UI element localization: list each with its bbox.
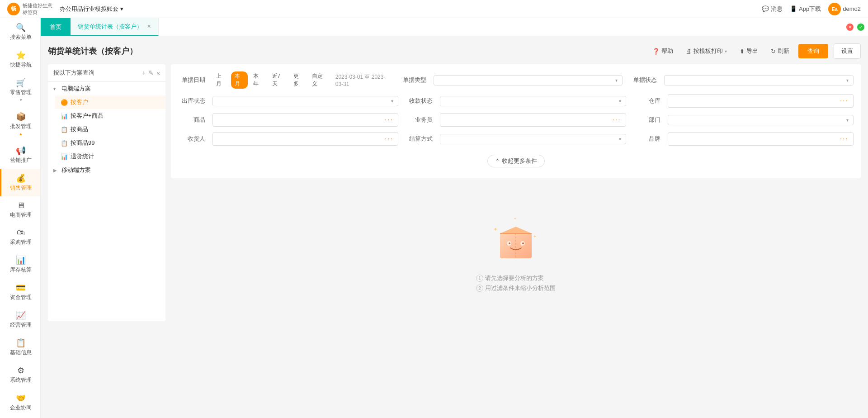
- message-button[interactable]: 💬 消息: [762, 5, 783, 13]
- logo-area: 畅 畅捷信好生意 标签页: [7, 2, 52, 15]
- edit-scheme-button[interactable]: ✎: [148, 69, 154, 76]
- content-panel: 单据日期 上月 本月 本年 近7天 更多 自定义 2023-03-01 至 20…: [171, 64, 861, 321]
- sidebar-item-inventory[interactable]: 📊 库存核算: [0, 251, 40, 278]
- filter-row-3: 商品 ··· 业务员 ··· 部门: [178, 113, 854, 127]
- svg-point-5: [509, 242, 510, 244]
- consignee-input[interactable]: ···: [212, 132, 398, 146]
- window-controls: ✕ ⤢: [846, 24, 868, 31]
- add-scheme-button[interactable]: +: [142, 69, 146, 76]
- collapse-panel-button[interactable]: «: [156, 69, 160, 76]
- sidebar-item-ecommerce[interactable]: 🖥 电商管理: [0, 196, 40, 223]
- payment-status-select[interactable]: ▾: [440, 96, 626, 106]
- sidebar-item-enterprise[interactable]: 🤝 企业协同: [0, 389, 40, 416]
- department-select[interactable]: ▾: [668, 115, 854, 125]
- content-area: 首页 销货单统计表（按客户） ✕ ✕ ⤢ 销货单统计表（按客户） ❓ 帮助: [41, 18, 868, 418]
- print-dropdown-icon: ▾: [725, 49, 727, 54]
- outbound-status-label: 出库状态: [178, 97, 205, 105]
- window-maximize-button[interactable]: ⤢: [857, 24, 864, 31]
- svg-text:✦: ✦: [514, 217, 517, 221]
- return-icon: 📊: [61, 153, 68, 160]
- tree-item-by-goods[interactable]: 📋 按商品: [55, 123, 165, 136]
- tip-num-1: 1: [476, 275, 483, 282]
- help-button[interactable]: ❓ 帮助: [649, 45, 677, 57]
- date-tab-custom[interactable]: 自定义: [308, 71, 330, 89]
- sidebar-item-marketing[interactable]: 📢 营销推广: [0, 141, 40, 169]
- user-menu[interactable]: Ea demo2: [828, 3, 861, 15]
- warehouse-input[interactable]: ···: [668, 94, 854, 108]
- outbound-chevron: ▾: [391, 99, 393, 104]
- tree-item-return-stat[interactable]: 📊 退货统计: [55, 150, 165, 163]
- tab-sales-stat[interactable]: 销货单统计表（按客户） ✕: [71, 18, 159, 36]
- cart-icon: 🛒: [3, 78, 38, 88]
- sidebar-item-new-guide[interactable]: 🎯 新手引导: [0, 416, 40, 418]
- export-button[interactable]: ⬆ 导出: [736, 45, 762, 57]
- megaphone-icon: 📢: [3, 146, 38, 156]
- department-chevron: ▾: [846, 118, 849, 123]
- sidebar-item-system[interactable]: ⚙ 系统管理: [0, 361, 40, 389]
- date-filter-control: 上月 本月 本年 近7天 更多 自定义 2023-03-01 至 2023-03…: [212, 71, 392, 89]
- date-tab-last-7days[interactable]: 近7天: [269, 71, 288, 89]
- empty-illustration: ✦ ✦ ✦: [489, 211, 543, 265]
- filter-row-1: 单据日期 上月 本月 本年 近7天 更多 自定义 2023-03-01 至 20…: [178, 71, 854, 89]
- card-icon: 💳: [3, 283, 38, 293]
- page-title: 销货单统计表（按客户）: [48, 46, 137, 57]
- app-download-button[interactable]: 📱 App下载: [790, 5, 821, 13]
- consignee-label: 收货人: [178, 135, 205, 143]
- order-status-chevron: ▾: [846, 78, 849, 83]
- left-panel-header: 按以下方案查询 + ✎ «: [48, 64, 165, 82]
- order-type-select[interactable]: ▾: [434, 75, 623, 86]
- order-date-label: 单据日期: [178, 76, 205, 84]
- tree-desktop-section[interactable]: ▾ 电脑端方案: [48, 82, 165, 95]
- goods-dots: ···: [385, 116, 393, 124]
- sidebar-item-retail[interactable]: 🛒 零售管理 ▾: [0, 73, 40, 107]
- date-tab-this-year[interactable]: 本年: [250, 71, 266, 89]
- computer-icon: 🖥: [3, 201, 38, 210]
- filter-row-4: 收货人 ··· 结算方式 ▾ 品牌: [178, 132, 854, 146]
- refresh-icon: ↻: [771, 48, 776, 55]
- svg-text:✦: ✦: [493, 226, 498, 233]
- date-tab-more[interactable]: 更多: [290, 71, 307, 89]
- app-selector[interactable]: 办公用品行业模拟账套 ▾: [56, 3, 127, 15]
- page-content: 销货单统计表（按客户） ❓ 帮助 🖨 按模板打印 ▾ ⬆ 导出: [41, 36, 868, 418]
- window-close-button[interactable]: ✕: [846, 24, 854, 31]
- sidebar-item-operations[interactable]: 📈 经营管理: [0, 306, 40, 333]
- svg-point-6: [522, 242, 524, 244]
- order-status-select[interactable]: ▾: [664, 75, 854, 86]
- query-button[interactable]: 查询: [798, 44, 828, 58]
- sidebar-item-purchase[interactable]: 🛍 采购管理: [0, 223, 40, 251]
- tree-item-by-goods-99[interactable]: 📋 按商品99: [55, 136, 165, 150]
- tree-mobile-section[interactable]: ▶ 移动端方案: [48, 163, 165, 177]
- brand-input[interactable]: ···: [668, 132, 854, 146]
- filter-row-2: 出库状态 ▾ 收款状态 ▾ 仓库: [178, 94, 854, 108]
- date-tab-last-month[interactable]: 上月: [212, 71, 229, 89]
- sidebar-item-base-info[interactable]: 📋 基础信息: [0, 333, 40, 361]
- settings-button[interactable]: 设置: [834, 43, 861, 59]
- date-range-display: 2023-03-01 至 2023-03-31: [335, 73, 392, 87]
- date-tabs: 上月 本月 本年 近7天 更多 自定义 2023-03-01 至 2023-03…: [212, 71, 392, 89]
- header-left: 畅 畅捷信好生意 标签页 办公用品行业模拟账套 ▾: [7, 2, 127, 15]
- gear-icon: ⚙: [3, 366, 38, 375]
- tab-close-button[interactable]: ✕: [147, 24, 151, 29]
- trend-icon: 📈: [3, 310, 38, 320]
- sidebar-item-search[interactable]: 🔍 搜索菜单: [0, 18, 40, 46]
- settlement-select[interactable]: ▾: [440, 134, 626, 144]
- salesperson-input[interactable]: ···: [440, 113, 626, 127]
- refresh-button[interactable]: ↻ 刷新: [767, 45, 793, 57]
- svg-text:✦: ✦: [533, 234, 537, 239]
- tab-home[interactable]: 首页: [41, 18, 71, 36]
- sidebar-item-sales[interactable]: 💰 销售管理: [0, 169, 40, 196]
- date-tab-this-month[interactable]: 本月: [231, 71, 248, 89]
- desktop-section-label: 电脑端方案: [61, 85, 91, 93]
- print-button[interactable]: 🖨 按模板打印 ▾: [682, 45, 731, 57]
- collapse-button[interactable]: ⌃ 收起更多条件: [487, 155, 545, 167]
- sidebar: 🔍 搜索菜单 ⭐ 快捷导航 🛒 零售管理 ▾ 📦 批发管理 ▲ 📢 营销推广 💰…: [0, 18, 41, 418]
- sidebar-item-finance[interactable]: 💳 资金管理: [0, 278, 40, 306]
- goods-input[interactable]: ···: [212, 113, 398, 127]
- tree-item-by-customer-goods[interactable]: 📊 按客户+商品: [55, 109, 165, 123]
- warehouse-label: 仓库: [633, 97, 660, 105]
- sidebar-item-quick-nav[interactable]: ⭐ 快捷导航: [0, 46, 40, 73]
- page-actions: ❓ 帮助 🖨 按模板打印 ▾ ⬆ 导出 ↻ 刷新: [649, 43, 861, 59]
- tree-item-by-customer[interactable]: 🟠 按客户: [55, 95, 165, 109]
- sidebar-item-wholesale[interactable]: 📦 批发管理 ▲: [0, 107, 40, 141]
- outbound-status-select[interactable]: ▾: [212, 96, 398, 106]
